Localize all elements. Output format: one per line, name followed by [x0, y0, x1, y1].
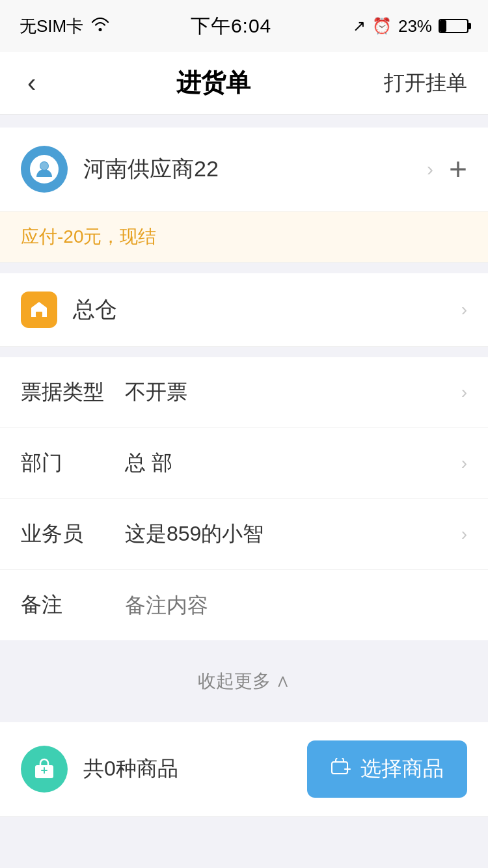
supplier-row[interactable]: 河南供应商22 › + — [0, 128, 488, 211]
invoice-type-chevron-icon: › — [461, 382, 467, 403]
nav-bar: ‹ 进货单 打开挂单 — [0, 52, 488, 115]
department-label: 部门 — [21, 449, 112, 478]
supplier-chevron-icon: › — [427, 158, 433, 180]
staff-value: 这是859的小智 — [112, 520, 461, 549]
warehouse-chevron-icon: › — [461, 299, 467, 320]
warehouse-section: 总仓 › — [0, 273, 488, 347]
status-left: 无SIM卡 — [20, 15, 109, 38]
open-pending-button[interactable]: 打开挂单 — [384, 69, 467, 98]
select-btn-icon — [331, 757, 353, 781]
form-section: 票据类型 不开票 › 部门 总 部 › 业务员 这是859的小智 › 备注 — [0, 357, 488, 640]
department-chevron-icon: › — [461, 453, 467, 474]
top-divider — [0, 115, 488, 128]
select-btn-label: 选择商品 — [360, 755, 444, 783]
battery-percent: 23% — [398, 16, 432, 36]
back-button[interactable]: ‹ — [21, 62, 42, 104]
add-supplier-button[interactable]: + — [449, 154, 467, 185]
page-title: 进货单 — [176, 66, 251, 100]
staff-chevron-icon: › — [461, 524, 467, 545]
product-count: 共0种商品 — [83, 755, 307, 783]
staff-row[interactable]: 业务员 这是859的小智 › — [0, 499, 488, 570]
location-icon: ↗ — [353, 17, 366, 35]
supplier-name: 河南供应商22 — [83, 154, 427, 184]
battery-fill — [440, 20, 447, 32]
status-time: 下午6:04 — [191, 13, 271, 40]
status-right: ↗ ⏰ 23% — [353, 16, 468, 36]
warehouse-icon — [21, 292, 57, 328]
svg-rect-4 — [332, 762, 347, 774]
gray-area — [0, 817, 488, 868]
invoice-type-row[interactable]: 票据类型 不开票 › — [0, 357, 488, 428]
wifi-icon — [91, 16, 109, 36]
staff-label: 业务员 — [21, 520, 112, 549]
svg-point-1 — [40, 162, 48, 170]
note-input[interactable] — [112, 593, 467, 617]
department-row[interactable]: 部门 总 部 › — [0, 428, 488, 499]
collapse-button[interactable]: 收起更多 ∧ — [0, 651, 488, 712]
product-icon — [21, 746, 68, 793]
notice-banner: 应付-20元，现结 — [0, 211, 488, 263]
carrier-text: 无SIM卡 — [20, 15, 83, 38]
alarm-icon: ⏰ — [372, 17, 392, 35]
select-product-button[interactable]: 选择商品 — [307, 740, 467, 798]
note-label: 备注 — [21, 591, 112, 619]
note-row[interactable]: 备注 — [0, 570, 488, 640]
warehouse-row[interactable]: 总仓 › — [0, 273, 488, 347]
svg-rect-2 — [36, 312, 42, 317]
supplier-avatar — [21, 146, 68, 193]
warehouse-name: 总仓 — [73, 295, 461, 325]
department-value: 总 部 — [112, 449, 461, 478]
supplier-section: 河南供应商22 › + 应付-20元，现结 — [0, 128, 488, 263]
status-bar: 无SIM卡 下午6:04 ↗ ⏰ 23% — [0, 0, 488, 52]
battery-bar — [439, 19, 468, 33]
invoice-type-label: 票据类型 — [21, 378, 112, 407]
product-section: 共0种商品 选择商品 — [0, 722, 488, 817]
invoice-type-value: 不开票 — [112, 378, 461, 407]
avatar-icon — [30, 155, 59, 183]
